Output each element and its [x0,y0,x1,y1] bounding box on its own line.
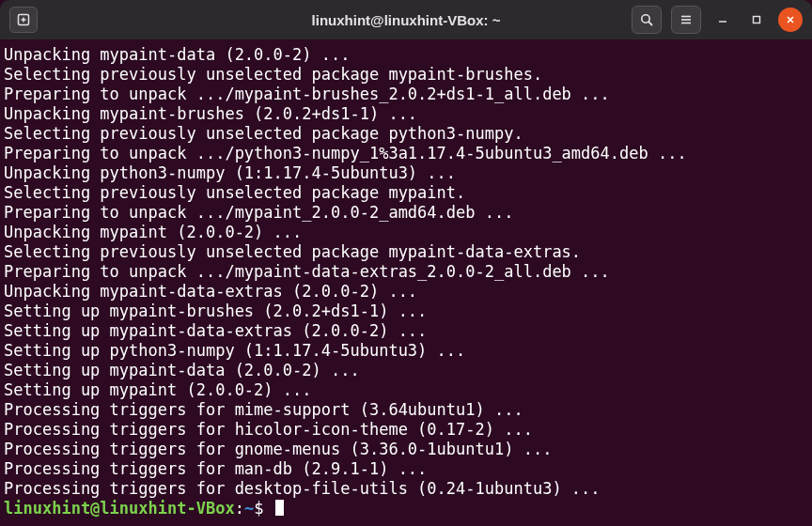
titlebar-right [632,6,803,34]
minimize-icon [717,14,728,25]
maximize-button[interactable] [744,8,769,32]
output-line: Preparing to unpack .../python3-numpy_1%… [4,144,808,163]
output-line: Selecting previously unselected package … [4,242,808,262]
output-line: Setting up mypaint-data-extras (2.0.0-2)… [4,321,808,341]
output-line: Processing triggers for gnome-menus (3.3… [4,440,808,459]
svg-rect-9 [754,17,760,23]
output-line: Unpacking mypaint-data-extras (2.0.0-2) … [4,282,808,302]
hamburger-menu-button[interactable] [671,6,701,34]
output-line: Unpacking mypaint-data (2.0.0-2) ... [4,45,808,65]
output-line: Selecting previously unselected package … [4,183,808,203]
new-tab-button[interactable] [9,7,38,33]
output-line: Processing triggers for mime-support (3.… [4,400,808,420]
minimize-button[interactable] [710,8,735,32]
output-line: Setting up mypaint-data (2.0.0-2) ... [4,361,808,380]
titlebar: linuxhint@linuxhint-VBox: ~ [0,0,812,39]
output-line: Processing triggers for man-db (2.9.1-1)… [4,459,808,479]
output-line: Selecting previously unselected package … [4,124,808,144]
cursor [275,500,284,516]
output-line: Selecting previously unselected package … [4,65,808,85]
output-line: Unpacking mypaint (2.0.0-2) ... [4,223,808,242]
terminal-output[interactable]: Unpacking mypaint-data (2.0.0-2) ...Sele… [0,39,812,526]
search-icon [639,12,654,27]
titlebar-left [9,7,38,33]
search-button[interactable] [632,6,662,34]
output-line: Setting up python3-numpy (1:1.17.4-5ubun… [4,341,808,361]
output-line: Setting up mypaint (2.0.0-2) ... [4,380,808,400]
new-tab-icon [16,12,31,27]
close-button[interactable] [778,8,803,32]
prompt-sep1: : [235,499,244,518]
output-line: Processing triggers for hicolor-icon-the… [4,420,808,440]
hamburger-icon [679,12,694,27]
output-line: Preparing to unpack .../mypaint_2.0.0-2_… [4,203,808,223]
output-line: Processing triggers for desktop-file-uti… [4,479,808,499]
prompt-sep2: $ [254,499,263,518]
svg-line-4 [648,22,651,24]
output-line: Preparing to unpack .../mypaint-data-ext… [4,262,808,282]
output-lines: Unpacking mypaint-data (2.0.0-2) ...Sele… [4,45,808,499]
close-icon [785,14,796,25]
prompt-path: ~ [244,499,254,518]
prompt-line: linuxhint@linuxhint-VBox:~$ [4,499,808,518]
output-line: Unpacking mypaint-brushes (2.0.2+ds1-1) … [4,104,808,124]
maximize-icon [751,14,762,25]
output-line: Unpacking python3-numpy (1:1.17.4-5ubunt… [4,163,808,183]
output-line: Setting up mypaint-brushes (2.0.2+ds1-1)… [4,302,808,321]
prompt-user-host: linuxhint@linuxhint-VBox [4,499,235,518]
terminal-window: linuxhint@linuxhint-VBox: ~ [0,0,812,526]
output-line: Preparing to unpack .../mypaint-brushes_… [4,85,808,104]
